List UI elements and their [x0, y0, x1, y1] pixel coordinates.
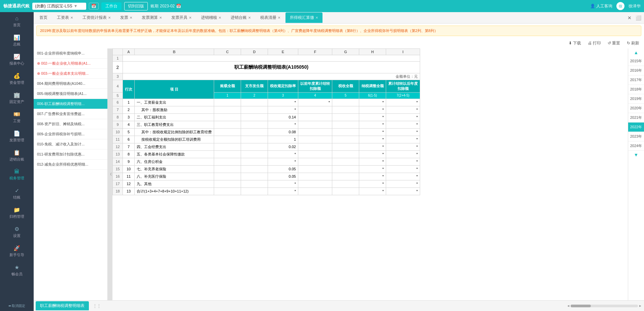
- cell-h-3[interactable]: *: [359, 113, 386, 121]
- cell-h-1[interactable]: *: [359, 99, 386, 106]
- cell-g-10[interactable]: [332, 165, 359, 173]
- sidebar-item-sales-ledger[interactable]: 📋 进销台账: [0, 146, 34, 165]
- list-item-001[interactable]: 001-企业所得税年度纳税申...: [34, 48, 107, 59]
- cell-i-9[interactable]: *: [386, 158, 420, 165]
- cell-f-5[interactable]: [298, 128, 332, 136]
- tab-close-invoice[interactable]: ✕: [130, 16, 132, 20]
- cell-c-3[interactable]: [214, 113, 241, 121]
- list-item-005[interactable]: 005-纳税调整项目明细表(A1...: [34, 89, 107, 99]
- cell-e-12[interactable]: *: [268, 180, 298, 187]
- cell-i-4[interactable]: *: [386, 121, 420, 128]
- cell-f-13[interactable]: [298, 187, 332, 195]
- cell-i-3[interactable]: *: [386, 113, 420, 121]
- year-2015[interactable]: 2015年: [628, 57, 644, 66]
- cell-f-3[interactable]: [298, 113, 332, 121]
- cell-h-11[interactable]: *: [359, 173, 386, 180]
- cell-g-4[interactable]: [332, 121, 359, 128]
- cell-c-4[interactable]: [214, 121, 241, 128]
- tab-restore-btn[interactable]: ⬜: [634, 14, 643, 21]
- tab-close-invoice-open[interactable]: ✕: [189, 16, 192, 20]
- workspace-button[interactable]: 工作台: [101, 2, 122, 10]
- list-item-007[interactable]: 007-广告费和业务宣传费超...: [34, 109, 107, 119]
- cell-h-9[interactable]: *: [359, 158, 386, 165]
- sidebar-item-close-accounts[interactable]: ✓ 结账: [0, 184, 34, 203]
- list-item-004[interactable]: 004-期间费用明细表(A1040...: [34, 79, 107, 89]
- cell-e-2[interactable]: *: [268, 106, 298, 113]
- cell-i-10[interactable]: *: [386, 165, 420, 173]
- year-2020[interactable]: 2020年: [628, 104, 644, 113]
- year-nav-up[interactable]: ▲: [633, 48, 640, 57]
- print-button[interactable]: 🖨 打印: [586, 39, 603, 47]
- tab-home[interactable]: 首页: [35, 12, 52, 23]
- cell-g-12[interactable]: [332, 180, 359, 187]
- year-2016[interactable]: 2016年: [628, 66, 644, 75]
- cell-d-4[interactable]: [241, 121, 268, 128]
- list-item-008[interactable]: 008-资产折旧、摊销及纳税...: [34, 119, 107, 129]
- tab-payroll-stat[interactable]: 工资统计报表 ✕: [78, 12, 115, 23]
- reset-button[interactable]: ↺ 重置: [606, 39, 622, 47]
- tab-close-all-btn[interactable]: ✕: [626, 14, 633, 21]
- cell-g-6[interactable]: [332, 136, 359, 143]
- spreadsheet-wrapper[interactable]: A B C D E F G H I: [112, 48, 628, 301]
- bottom-tab-active[interactable]: 职工薪酬纳税调整明细表: [36, 301, 89, 310]
- cell-i-6[interactable]: *: [386, 136, 420, 143]
- switch-old-button[interactable]: 切到旧版: [124, 2, 148, 10]
- cell-d-12[interactable]: [241, 180, 268, 187]
- cell-f-8[interactable]: [298, 150, 332, 158]
- cell-h-6[interactable]: *: [359, 136, 386, 143]
- cell-h-8[interactable]: *: [359, 150, 386, 158]
- cell-g-8[interactable]: [332, 150, 359, 158]
- cell-i-2[interactable]: *: [386, 106, 420, 113]
- cell-c-13[interactable]: [214, 187, 241, 195]
- year-2019[interactable]: 2019年: [628, 94, 644, 104]
- sidebar-item-archive[interactable]: 📁 归档管理: [0, 203, 34, 222]
- tab-close-payroll[interactable]: ✕: [70, 16, 73, 20]
- sidebar-item-settings[interactable]: ⚙ 设置: [0, 222, 34, 242]
- cell-d-10[interactable]: [241, 165, 268, 173]
- cell-f-12[interactable]: [298, 180, 332, 187]
- sidebar-item-fixed-assets[interactable]: 🏢 固定资产: [0, 89, 34, 108]
- cell-f-1[interactable]: *: [298, 99, 332, 106]
- cell-c-7[interactable]: [214, 143, 241, 150]
- cell-h-10[interactable]: *: [359, 165, 386, 173]
- sidebar-item-general-ledger[interactable]: 📊 总账: [0, 31, 34, 50]
- tab-close-payroll-stat[interactable]: ✕: [108, 16, 111, 20]
- cell-g-5[interactable]: [332, 128, 359, 136]
- cell-h-13[interactable]: *: [359, 187, 386, 195]
- sidebar-item-tax-mgmt[interactable]: 🏛 税务管理: [0, 165, 34, 184]
- cell-d-8[interactable]: [241, 150, 268, 158]
- cell-c-12[interactable]: [214, 180, 241, 187]
- cell-h-2[interactable]: *: [359, 106, 386, 113]
- cell-c-1[interactable]: [214, 99, 241, 106]
- collapse-button[interactable]: 《: [108, 48, 112, 301]
- support-link[interactable]: 👤 人工客询: [590, 3, 612, 9]
- cell-i-11[interactable]: *: [386, 173, 420, 180]
- tab-purchase-ledger[interactable]: 进销台账 ✕: [226, 12, 255, 23]
- year-2018[interactable]: 2018年: [628, 85, 644, 94]
- cell-d-7[interactable]: [241, 143, 268, 150]
- cell-g-13[interactable]: [332, 187, 359, 195]
- cell-e-10[interactable]: 0.05: [268, 165, 298, 173]
- cell-e-11[interactable]: 0.05: [268, 173, 298, 180]
- download-button[interactable]: ⬇ 下载: [567, 39, 583, 47]
- cell-c-10[interactable]: [214, 165, 241, 173]
- cell-i-12[interactable]: *: [386, 180, 420, 187]
- tab-tax-clearance[interactable]: 税表清册 ✕: [256, 12, 285, 23]
- list-item-006[interactable]: 006-职工薪酬纳税调整明细...: [34, 99, 107, 109]
- cell-f-7[interactable]: [298, 143, 332, 150]
- year-2024[interactable]: 2024年: [628, 141, 644, 151]
- cell-e-6[interactable]: 1: [268, 136, 298, 143]
- cell-c-5[interactable]: [214, 128, 241, 136]
- cell-f-4[interactable]: [298, 121, 332, 128]
- company-selector[interactable]: (勿删) 江西皖宝-LSS ▼: [32, 3, 86, 10]
- cell-e-1[interactable]: *: [268, 99, 298, 106]
- cell-i-13[interactable]: *: [386, 187, 420, 195]
- tab-income-tax[interactable]: 所得税汇算缴 ✕: [285, 12, 323, 23]
- cell-c-11[interactable]: [214, 173, 241, 180]
- sidebar-item-new-guide[interactable]: 🚀 新手引导: [0, 242, 34, 261]
- sidebar-item-home[interactable]: ⌂ 首页: [0, 12, 34, 31]
- tab-invoice-open[interactable]: 发票开具 ✕: [167, 12, 196, 23]
- cell-d-5[interactable]: [241, 128, 268, 136]
- cell-i-1[interactable]: *: [386, 99, 420, 106]
- cell-e-4[interactable]: *: [268, 121, 298, 128]
